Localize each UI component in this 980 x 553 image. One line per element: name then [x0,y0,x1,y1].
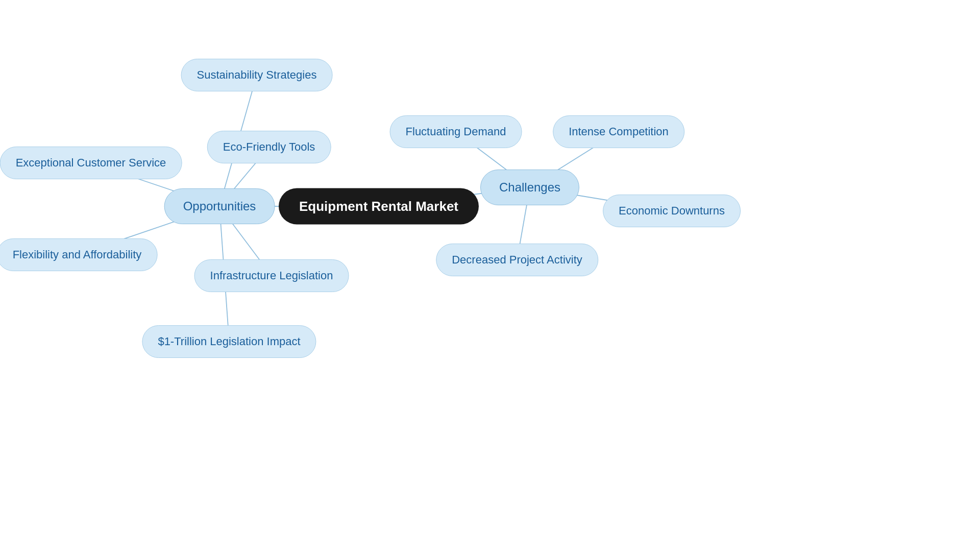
node-decreased: Decreased Project Activity [436,244,598,276]
node-center: Equipment Rental Market [279,188,479,225]
node-competition: Intense Competition [553,115,684,148]
node-fluctuating: Fluctuating Demand [390,115,522,148]
mindmap-svg [0,0,980,553]
node-economic: Economic Downturns [603,195,741,227]
node-legislation: $1-Trillion Legislation Impact [142,325,316,358]
node-challenges: Challenges [480,170,579,205]
node-flexibility: Flexibility and Affordability [0,238,157,271]
node-infrastructure: Infrastructure Legislation [194,259,349,292]
node-ecoFriendly: Eco-Friendly Tools [207,131,331,163]
node-sustainability: Sustainability Strategies [181,59,333,91]
node-opportunities: Opportunities [164,188,275,224]
node-customerService: Exceptional Customer Service [0,147,182,179]
